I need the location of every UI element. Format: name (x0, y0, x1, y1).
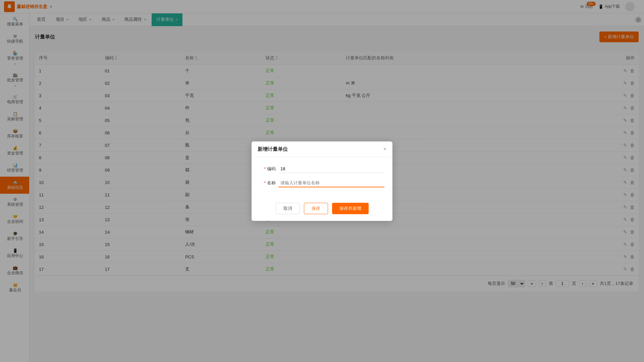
add-unit-dialog: 新增计量单位 × * 编码 * 名称 取消 保存 保存并新增 (252, 141, 392, 221)
form-row-code: * 编码 (260, 165, 384, 173)
form-row-name: * 名称 (260, 179, 384, 187)
required-star-name: * (264, 180, 266, 185)
form-label-code: * 编码 (260, 166, 278, 172)
dialog-title: 新增计量单位 (258, 146, 288, 153)
save-and-add-button[interactable]: 保存并新增 (332, 203, 369, 214)
code-input[interactable] (278, 165, 384, 173)
save-button[interactable]: 保存 (304, 203, 328, 214)
dialog-header: 新增计量单位 × (252, 141, 392, 157)
dialog-body: * 编码 * 名称 (252, 157, 392, 199)
cancel-button[interactable]: 取消 (276, 203, 300, 214)
dialog-close-button[interactable]: × (383, 146, 386, 152)
required-star-code: * (264, 166, 266, 171)
name-input[interactable] (278, 179, 384, 187)
dialog-footer: 取消 保存 保存并新增 (252, 199, 392, 221)
form-label-name: * 名称 (260, 180, 278, 186)
modal-overlay[interactable]: 新增计量单位 × * 编码 * 名称 取消 保存 保存并新增 (0, 0, 644, 362)
